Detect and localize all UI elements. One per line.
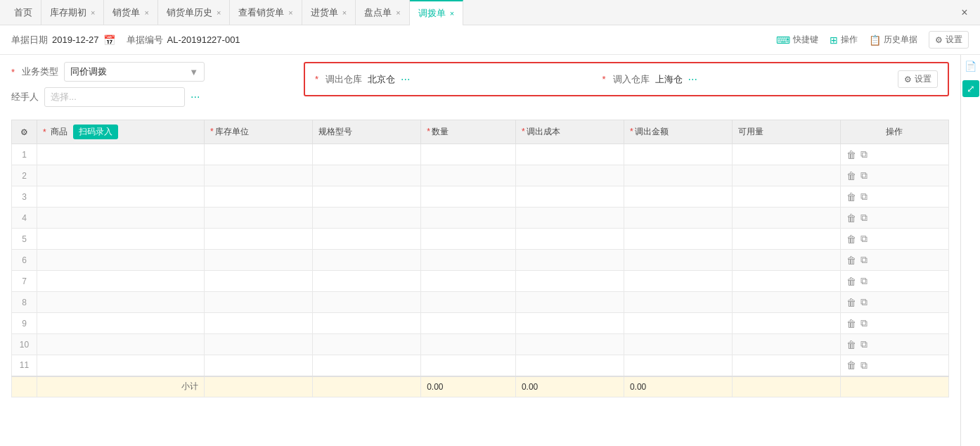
- handler-select[interactable]: 选择...: [44, 87, 185, 107]
- window-close-button[interactable]: ×: [955, 3, 974, 23]
- row-5-product[interactable]: [37, 229, 205, 250]
- row-4-qty[interactable]: [421, 208, 516, 229]
- row-7-qty[interactable]: [421, 271, 516, 292]
- row-2-qty[interactable]: [421, 165, 516, 186]
- row-3-spec[interactable]: [313, 186, 421, 208]
- delete-icon-3[interactable]: 🗑: [846, 191, 856, 203]
- row-8-unit[interactable]: [205, 292, 313, 313]
- tab-close-purchase[interactable]: ×: [342, 8, 347, 17]
- row-5-spec[interactable]: [313, 229, 421, 250]
- tab-view-sales[interactable]: 查看销货单 ×: [230, 0, 302, 25]
- row-8-spec[interactable]: [313, 292, 421, 313]
- row-1-qty[interactable]: [421, 144, 516, 165]
- row-1-amount[interactable]: [624, 144, 732, 165]
- tab-purchase[interactable]: 进货单 ×: [302, 0, 356, 25]
- row-10-cost[interactable]: [515, 334, 624, 355]
- history-button[interactable]: 📋 历史单据: [869, 34, 917, 46]
- copy-icon-3[interactable]: ⧉: [860, 191, 868, 203]
- row-5-qty[interactable]: [421, 229, 516, 250]
- tab-sales[interactable]: 销货单 ×: [104, 0, 157, 25]
- row-6-cost[interactable]: [515, 250, 624, 271]
- row-2-spec[interactable]: [313, 165, 421, 186]
- row-8-amount[interactable]: [624, 292, 732, 313]
- tab-stocktake[interactable]: 盘点单 ×: [356, 0, 409, 25]
- row-1-unit[interactable]: [205, 144, 313, 165]
- tab-close-stocktake[interactable]: ×: [396, 8, 400, 17]
- row-3-unit[interactable]: [205, 186, 313, 208]
- row-10-unit[interactable]: [205, 334, 313, 355]
- copy-icon-4[interactable]: ⧉: [860, 212, 868, 224]
- row-11-product[interactable]: [37, 355, 205, 376]
- row-1-spec[interactable]: [313, 144, 421, 165]
- row-11-spec[interactable]: [313, 355, 421, 376]
- tab-close-transfer[interactable]: ×: [450, 9, 454, 18]
- delete-icon-2[interactable]: 🗑: [846, 170, 856, 181]
- copy-icon-7[interactable]: ⧉: [860, 275, 868, 287]
- row-3-qty[interactable]: [421, 186, 516, 208]
- copy-icon-5[interactable]: ⧉: [860, 233, 868, 245]
- tab-inventory-init[interactable]: 库存期初 ×: [41, 0, 104, 25]
- row-2-product[interactable]: [37, 165, 205, 186]
- tab-close-view-sales[interactable]: ×: [288, 8, 292, 17]
- copy-icon-11[interactable]: ⧉: [860, 359, 868, 371]
- row-11-amount[interactable]: [624, 355, 732, 376]
- tab-close-sales-history[interactable]: ×: [217, 8, 221, 17]
- row-7-cost[interactable]: [515, 271, 624, 292]
- scan-button[interactable]: 扫码录入: [73, 125, 118, 139]
- delete-icon-9[interactable]: 🗑: [846, 318, 856, 329]
- row-9-amount[interactable]: [624, 313, 732, 334]
- shortcut-button[interactable]: ⌨ 快捷键: [776, 34, 818, 46]
- row-7-unit[interactable]: [205, 271, 313, 292]
- delete-icon-4[interactable]: 🗑: [846, 212, 856, 224]
- row-2-amount[interactable]: [624, 165, 732, 186]
- copy-icon-2[interactable]: ⧉: [860, 170, 868, 181]
- delete-icon-1[interactable]: 🗑: [846, 149, 856, 160]
- row-2-cost[interactable]: [515, 165, 624, 186]
- row-1-cost[interactable]: [515, 144, 624, 165]
- row-7-amount[interactable]: [624, 271, 732, 292]
- row-5-cost[interactable]: [515, 229, 624, 250]
- row-6-spec[interactable]: [313, 250, 421, 271]
- row-9-spec[interactable]: [313, 313, 421, 334]
- row-8-cost[interactable]: [515, 292, 624, 313]
- row-4-product[interactable]: [37, 208, 205, 229]
- row-2-unit[interactable]: [205, 165, 313, 186]
- warehouse-settings-button[interactable]: ⚙ 设置: [898, 70, 938, 88]
- row-10-amount[interactable]: [624, 334, 732, 355]
- row-3-amount[interactable]: [624, 186, 732, 208]
- row-10-spec[interactable]: [313, 334, 421, 355]
- th-gear[interactable]: ⚙: [12, 120, 37, 144]
- row-11-cost[interactable]: [515, 355, 624, 376]
- row-8-product[interactable]: [37, 292, 205, 313]
- row-3-cost[interactable]: [515, 186, 624, 208]
- settings-button[interactable]: ⚙ 设置: [929, 31, 969, 49]
- row-6-unit[interactable]: [205, 250, 313, 271]
- row-5-amount[interactable]: [624, 229, 732, 250]
- copy-icon-1[interactable]: ⧉: [860, 148, 868, 160]
- tab-close-inventory-init[interactable]: ×: [91, 8, 95, 17]
- source-warehouse-more-icon[interactable]: ···: [401, 73, 410, 86]
- tab-home[interactable]: 首页: [6, 0, 41, 25]
- row-4-amount[interactable]: [624, 208, 732, 229]
- row-4-cost[interactable]: [515, 208, 624, 229]
- row-10-qty[interactable]: [421, 334, 516, 355]
- row-4-unit[interactable]: [205, 208, 313, 229]
- tab-sales-history[interactable]: 销货单历史 ×: [158, 0, 230, 25]
- operation-button[interactable]: ⊞ 操作: [830, 34, 858, 46]
- business-type-select[interactable]: 同价调拨 ▼: [64, 62, 205, 82]
- row-4-spec[interactable]: [313, 208, 421, 229]
- delete-icon-11[interactable]: 🗑: [846, 359, 856, 371]
- row-6-amount[interactable]: [624, 250, 732, 271]
- row-11-unit[interactable]: [205, 355, 313, 376]
- handler-more-icon[interactable]: ···: [191, 91, 200, 103]
- sidebar-doc-icon[interactable]: 📄: [962, 58, 979, 75]
- copy-icon-10[interactable]: ⧉: [860, 338, 868, 350]
- delete-icon-5[interactable]: 🗑: [846, 234, 856, 245]
- tab-transfer[interactable]: 调拨单 ×: [410, 0, 463, 25]
- delete-icon-6[interactable]: 🗑: [846, 255, 856, 266]
- copy-icon-6[interactable]: ⧉: [860, 254, 868, 266]
- calendar-icon[interactable]: 📅: [103, 34, 115, 46]
- copy-icon-9[interactable]: ⧉: [860, 317, 868, 329]
- row-11-qty[interactable]: [421, 355, 516, 376]
- row-9-cost[interactable]: [515, 313, 624, 334]
